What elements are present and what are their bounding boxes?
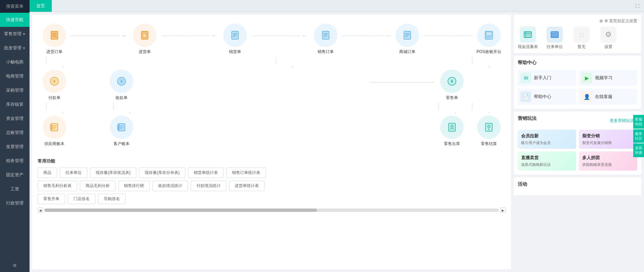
float-btn-community[interactable]: 服务 社区 xyxy=(633,129,644,143)
flow-row-1: 进货订单 → xyxy=(38,24,506,55)
func-btn-guide-rank[interactable]: 导购排名 xyxy=(98,194,126,204)
common-functions-title: 常用功能 xyxy=(38,158,506,164)
sidebar-item-label: 固定资产 xyxy=(6,172,24,178)
float-btn-desktop[interactable]: 桌面 快捷 xyxy=(633,143,644,157)
flow-arrow-right xyxy=(424,36,472,36)
marketing-item-title: 裂变分销 xyxy=(582,133,634,139)
purchase-icon xyxy=(133,24,156,47)
sidebar-item-label: 零售管理 xyxy=(4,31,21,37)
flow-v-arrow xyxy=(472,103,506,110)
retail-out-icon xyxy=(440,116,464,139)
func-btn-purchase-stat[interactable]: 进货单统计表 xyxy=(229,181,265,191)
func-btn-goods[interactable]: 商品 xyxy=(38,168,57,178)
marketing-item-fission[interactable]: 裂变分销 裂变式发展分销商 xyxy=(579,130,637,149)
quick-icon-units[interactable]: 往来单位 xyxy=(545,27,565,50)
help-item-service[interactable]: 👤 在线客服 xyxy=(579,89,637,105)
sidebar-item-ecom[interactable]: 电商管理 xyxy=(0,69,30,83)
svg-rect-18 xyxy=(486,32,492,35)
float-btn-service[interactable]: 客服 热线 xyxy=(633,115,644,129)
sidebar-item-tax[interactable]: 税务管理 xyxy=(0,154,30,168)
flow-arrow-right xyxy=(71,36,119,36)
sidebar-item-inventory[interactable]: 库存核算 xyxy=(0,97,30,111)
scrollbar: ◀ ▶ xyxy=(38,208,506,213)
marketing-item-desc: 拼团购物享受优惠 xyxy=(582,162,634,167)
customize-label: ⚙ 首页自定义设置 xyxy=(604,18,637,24)
float-buttons: 客服 热线 服务 社区 桌面 快捷 xyxy=(633,115,644,157)
flow-node-label: 商城订单 xyxy=(399,49,415,55)
sidebar-item-finance[interactable]: 资金管理 xyxy=(0,111,30,126)
sidebar-item-wholesale[interactable]: 批发管理 ▼ xyxy=(0,41,30,55)
quick-icon-empty[interactable]: □ 暂无 xyxy=(571,27,592,50)
payment-icon: ¥ xyxy=(43,70,66,93)
sidebar-item-label: 税务管理 xyxy=(6,158,24,164)
flow-node-label: POS收银开台 xyxy=(476,49,501,55)
sidebar-item-assets[interactable]: 固定资产 xyxy=(0,168,30,182)
marketing-item-live[interactable]: 直播卖货 场景式购物新玩法 xyxy=(518,151,576,171)
flow-node-sales: 销货单 xyxy=(218,24,252,55)
fullscreen-button[interactable]: ⛶ xyxy=(634,3,641,9)
sidebar-item-invoice[interactable]: 发票管理 xyxy=(0,140,30,154)
func-btn-store-rank[interactable]: 门店排名 xyxy=(68,194,95,204)
main-area: 首页 ⛶ xyxy=(30,0,644,272)
sidebar-item-ecom-small[interactable]: 小畅电商 xyxy=(0,55,30,69)
marketing-item-member[interactable]: 会员拉新 吸引用户成为会员 xyxy=(518,130,576,149)
help-item-video[interactable]: ▶ 视频学习 xyxy=(579,70,637,86)
tab-home-label: 首页 xyxy=(36,3,45,9)
func-btn-stock1[interactable]: 现存量(库存状况表) xyxy=(90,168,136,178)
empty-icon: □ xyxy=(573,27,590,43)
svg-rect-5 xyxy=(232,31,238,39)
chevron-down-icon: ▼ xyxy=(22,32,26,36)
flow-h-line xyxy=(370,82,430,83)
quick-icon-settings[interactable]: ⚙ 设置 xyxy=(598,27,618,50)
func-btn-ranking[interactable]: 销售排行榜 xyxy=(118,181,150,191)
func-btn-payment-stat[interactable]: 付款情况统计 xyxy=(191,181,226,191)
sidebar-item-admin[interactable]: 行政管理 xyxy=(0,196,30,210)
sales-icon xyxy=(223,24,247,47)
func-btn-stock2[interactable]: 现存量(库存分布表) xyxy=(139,168,185,178)
marketing-item-desc: 场景式购物新玩法 xyxy=(521,162,573,167)
svg-rect-28 xyxy=(50,125,52,130)
sidebar-item-ledger[interactable]: 总账管理 xyxy=(0,126,30,140)
flow-node-mall-order: 商城订单 xyxy=(390,24,424,55)
help-item-help[interactable]: 📄 帮助中心 xyxy=(518,89,576,105)
sidebar-search[interactable]: 搜索菜单 xyxy=(0,0,30,13)
flow-v-arrow xyxy=(46,103,80,110)
sidebar-item-salary[interactable]: 工资 xyxy=(0,182,30,196)
customize-link[interactable]: ⚙ ⚙ 首页自定义设置 xyxy=(599,18,637,24)
flow-arrow-right xyxy=(252,36,300,36)
tab-home[interactable]: 首页 xyxy=(30,0,52,12)
sidebar-nav-label: 快捷导航 xyxy=(6,17,24,22)
quick-icon-cashflow[interactable]: 现金流量表 xyxy=(518,27,538,50)
func-btn-order-stat[interactable]: 销售订单统计表 xyxy=(226,168,266,178)
marketing-item-title: 直播卖货 xyxy=(521,155,573,161)
sidebar-settings-button[interactable]: ⚙ xyxy=(0,259,30,272)
settings-icon: ⚙ xyxy=(600,27,616,43)
marketing-header: 营销玩法 更多营销玩法 > xyxy=(518,116,637,126)
help-item-beginner[interactable]: ✉ 新手入门 xyxy=(518,70,576,86)
func-btn-receipt-stat[interactable]: 收款情况统计 xyxy=(152,181,188,191)
sidebar-item-purchase[interactable]: 采购管理 xyxy=(0,83,30,97)
flow-v-arrow xyxy=(472,57,506,64)
marketing-item-group[interactable]: 多人拼团 拼团购物享受优惠 xyxy=(579,151,637,171)
sidebar-nav-item-quicknav[interactable]: 快捷导航 xyxy=(0,13,30,27)
flow-node-customer-ledger: 客户账本 xyxy=(105,116,138,147)
arrow-left-icon: ← xyxy=(302,32,308,39)
flow-node-purchase-order: 进货订单 xyxy=(38,24,71,55)
arrow-down-icon: ↓ xyxy=(46,110,80,114)
flow-node-label: 零售结算 xyxy=(481,141,497,147)
gear-icon: ⚙ xyxy=(599,19,603,24)
svg-text:¥: ¥ xyxy=(450,79,453,84)
scroll-track[interactable] xyxy=(44,209,499,212)
func-btn-profit2[interactable]: 商品毛利分析 xyxy=(80,181,116,191)
sidebar-item-label: 总账管理 xyxy=(6,130,24,136)
scroll-left-button[interactable]: ◀ xyxy=(38,208,43,213)
scroll-right-button[interactable]: ▶ xyxy=(500,208,506,213)
flow-node-retail-out: 零售出库 xyxy=(435,116,469,147)
func-btn-retail-order[interactable]: 零售开单 xyxy=(38,194,65,204)
func-btn-units[interactable]: 往来单位 xyxy=(60,168,87,178)
func-btn-sales-stat[interactable]: 销货单统计表 xyxy=(188,168,224,178)
func-btn-profit1[interactable]: 销售毛利分析表 xyxy=(38,181,77,191)
sales-order-icon xyxy=(314,24,337,47)
flow-node-retail-settle: ¥ 零售结算 xyxy=(469,116,506,147)
sidebar-item-retail[interactable]: 零售管理 ▼ xyxy=(0,27,30,41)
